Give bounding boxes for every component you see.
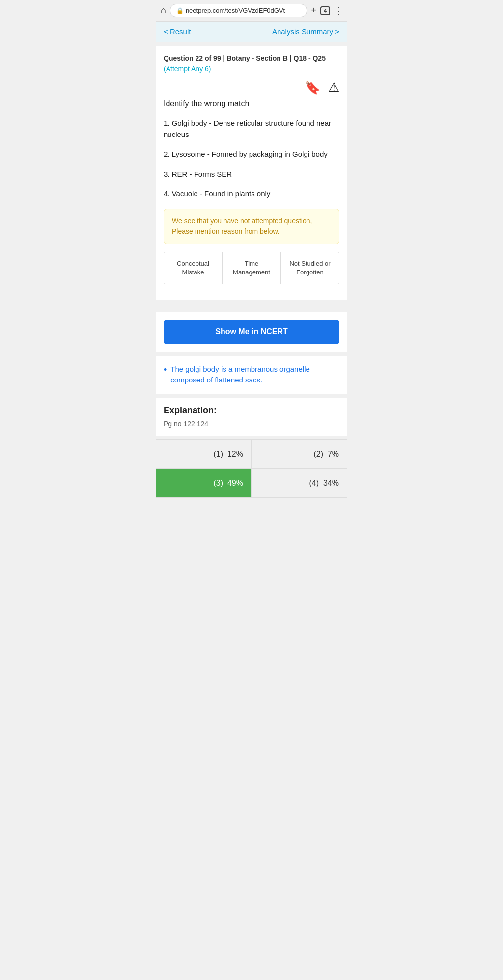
page-reference: Pg no 122,124 xyxy=(164,420,339,428)
stat-2-percent: 7% xyxy=(328,450,339,458)
ncert-bullet-text: The golgi body is a membranous organelle… xyxy=(170,364,339,386)
question-card: Question 22 of 99 | Botany - Section B |… xyxy=(156,46,347,300)
option-2[interactable]: 2. Lysosome - Formed by packaging in Gol… xyxy=(164,149,339,160)
ncert-button[interactable]: Show Me in NCERT xyxy=(164,320,339,344)
browser-chrome: ⌂ 🔒 neetprep.com/test/VGVzdEF0dGVt + 4 ⋮ xyxy=(156,0,347,22)
stat-4-percent: 34% xyxy=(323,479,339,487)
url-bar[interactable]: 🔒 neetprep.com/test/VGVzdEF0dGVt xyxy=(170,4,307,17)
ncert-section: Show Me in NCERT xyxy=(156,312,347,352)
stat-4: (4) 34% xyxy=(252,469,347,498)
explanation-section: Explanation: Pg no 122,124 xyxy=(156,398,347,436)
question-number-label: Question 22 of 99 | xyxy=(164,54,226,62)
stat-2: (2) 7% xyxy=(252,440,347,469)
bookmark-icon[interactable]: 🔖 xyxy=(305,80,320,95)
reason-row: Conceptual Mistake Time Management Not S… xyxy=(164,252,339,284)
stat-3: (3) 49% xyxy=(156,469,252,498)
attempt-label: (Attempt Any 6) xyxy=(164,65,211,73)
url-text: neetprep.com/test/VGVzdEF0dGVt xyxy=(186,7,285,14)
option-3[interactable]: 3. RER - Forms SER xyxy=(164,169,339,180)
menu-icon[interactable]: ⋮ xyxy=(334,5,342,16)
explanation-title: Explanation: xyxy=(164,406,339,416)
ncert-bullet-item: • The golgi body is a membranous organel… xyxy=(164,364,339,386)
bullet-dot: • xyxy=(164,365,167,375)
option-4[interactable]: 4. Vacuole - Found in plants only xyxy=(164,189,339,200)
question-text: Identify the wrong match xyxy=(164,99,339,108)
option-1[interactable]: 1. Golgi body - Dense reticular structur… xyxy=(164,118,339,140)
stat-3-percent: 49% xyxy=(227,479,243,487)
warning-box: We see that you have not attempted quest… xyxy=(164,209,339,244)
new-tab-icon[interactable]: + xyxy=(311,5,316,16)
subject-label: Botany - Section B | Q18 - Q25 xyxy=(226,54,326,62)
report-icon[interactable]: ⚠ xyxy=(328,80,339,95)
browser-actions: + 4 ⋮ xyxy=(311,5,342,16)
reason-not-studied[interactable]: Not Studied or Forgotten xyxy=(281,252,339,284)
reason-time[interactable]: Time Management xyxy=(223,252,281,284)
stat-1: (1) 12% xyxy=(156,440,252,469)
forward-button[interactable]: Analysis Summary > xyxy=(272,27,339,36)
ncert-content: • The golgi body is a membranous organel… xyxy=(156,356,347,394)
back-button[interactable]: < Result xyxy=(164,27,191,36)
home-icon[interactable]: ⌂ xyxy=(161,5,166,16)
reason-conceptual[interactable]: Conceptual Mistake xyxy=(164,252,223,284)
stats-grid: (1) 12% (2) 7% (3) 49% (4) 34% xyxy=(156,439,347,498)
question-header: Question 22 of 99 | Botany - Section B |… xyxy=(164,54,339,74)
nav-bar: < Result Analysis Summary > xyxy=(156,22,347,42)
section-divider xyxy=(156,304,347,308)
lock-icon: 🔒 xyxy=(176,7,184,14)
tab-count-badge[interactable]: 4 xyxy=(320,6,330,15)
stat-1-percent: 12% xyxy=(227,450,243,458)
action-icons: 🔖 ⚠ xyxy=(164,80,339,95)
